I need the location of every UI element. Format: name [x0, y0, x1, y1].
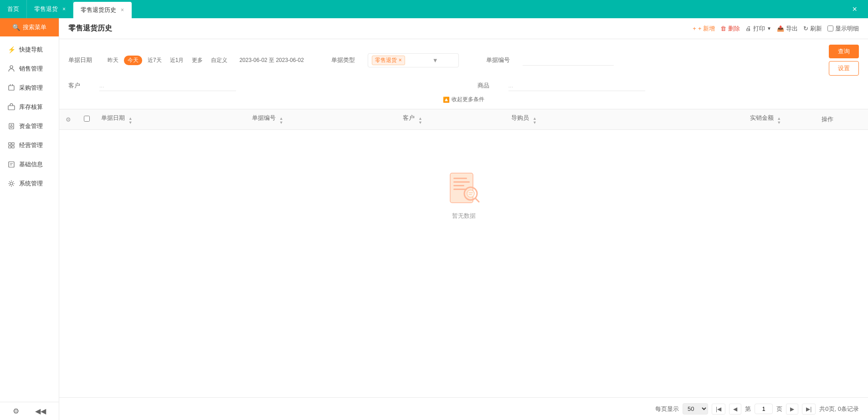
tab-retail-return-history-close[interactable]: ×: [121, 7, 124, 13]
setting-button[interactable]: 设置: [829, 61, 859, 76]
sidebar-item-inventory[interactable]: 库存核算: [0, 97, 59, 117]
page-first-button[interactable]: |◀: [712, 404, 725, 415]
sidebar-item-quick-nav[interactable]: ⚡ 快捷导航: [0, 40, 59, 59]
system-icon: [7, 179, 15, 188]
page-last-button[interactable]: ▶|: [802, 404, 816, 415]
customer-input[interactable]: [99, 80, 236, 91]
sidebar-item-operations[interactable]: 经营管理: [0, 136, 59, 155]
sidebar: 🔍 搜索菜单 ⚡ 快捷导航 销售管理 采购管理: [0, 18, 59, 420]
svg-rect-1: [9, 86, 14, 90]
show-detail-checkbox[interactable]: 显示明细: [827, 25, 859, 33]
content-area: 零售退货历史 + + 新增 🗑 删除 🖨 打印 ▼ 📤 导出: [59, 18, 868, 420]
voucher-type-label: 单据类型: [331, 56, 359, 64]
th-actual-amount[interactable]: 实销金额 ▲▼: [636, 109, 786, 130]
export-button[interactable]: 📤 导出: [777, 25, 798, 33]
window-close-button[interactable]: ×: [848, 5, 861, 14]
th-actual-amount-label: 实销金额: [750, 114, 774, 121]
sort-icon-no: ▲▼: [279, 117, 283, 125]
sidebar-search-button[interactable]: 🔍 搜索菜单: [0, 18, 59, 36]
page-header: 零售退货历史 + + 新增 🗑 删除 🖨 打印 ▼ 📤 导出: [59, 18, 868, 39]
voucher-no-input[interactable]: [523, 55, 614, 66]
svg-rect-12: [453, 178, 467, 179]
svg-rect-2: [8, 106, 15, 110]
sidebar-volume-icon[interactable]: ◀◀: [35, 407, 46, 415]
goods-label: 商品: [478, 82, 505, 90]
page-prev-button[interactable]: ◀: [729, 404, 741, 415]
total-info: 共0页, 0条记录: [819, 405, 859, 413]
tab-retail-return-label: 零售退货: [34, 5, 58, 13]
goods-input[interactable]: [508, 80, 645, 91]
sidebar-item-system[interactable]: 系统管理: [0, 174, 59, 193]
th-guide-label: 导购员: [511, 114, 529, 121]
per-page-select[interactable]: 50 10 20 100: [683, 403, 708, 415]
sidebar-item-finance[interactable]: 资金管理: [0, 117, 59, 136]
date-btn-today[interactable]: 今天: [124, 56, 142, 65]
svg-rect-3: [9, 123, 14, 129]
filter-date-section: 单据日期 昨天 今天 近7天 近1月 更多 自定义 2023-06-02 至 2…: [68, 56, 304, 65]
sidebar-item-operations-label: 经营管理: [19, 141, 43, 149]
tab-retail-return-history-label: 零售退货历史: [81, 6, 116, 14]
search-icon: 🔍: [12, 24, 20, 31]
voucher-type-tag-close[interactable]: ×: [399, 57, 402, 63]
table-header-row: ⚙ 单据日期 ▲▼ 单据编号 ▲▼: [59, 109, 868, 130]
tab-home[interactable]: 首页: [0, 0, 27, 18]
print-button[interactable]: 🖨 打印 ▼: [745, 25, 771, 33]
th-customer[interactable]: 客户 ▲▼: [397, 109, 506, 130]
empty-illustration: [441, 166, 487, 212]
delete-button[interactable]: 🗑 删除: [720, 25, 740, 33]
svg-line-18: [475, 198, 479, 202]
tab-retail-return[interactable]: 零售退货 ×: [27, 0, 73, 18]
voucher-type-tag: 零售退货 ×: [372, 56, 405, 65]
th-voucher-date[interactable]: 单据日期 ▲▼: [96, 109, 247, 130]
empty-text: 暂无数据: [452, 212, 476, 220]
sidebar-item-sales-mgmt[interactable]: 销售管理: [0, 59, 59, 78]
sort-icon-guide: ▲▼: [533, 117, 537, 125]
svg-rect-8: [12, 146, 14, 148]
date-btn-custom[interactable]: 自定义: [208, 56, 230, 65]
sidebar-item-sales-label: 销售管理: [19, 65, 43, 73]
page-label: 第: [745, 405, 751, 413]
main-layout: 🔍 搜索菜单 ⚡ 快捷导航 销售管理 采购管理: [0, 18, 868, 420]
select-all-checkbox[interactable]: [84, 116, 90, 122]
sidebar-menu: ⚡ 快捷导航 销售管理 采购管理 库存核算: [0, 36, 59, 402]
filter-actions: 查询 设置: [829, 45, 859, 76]
refresh-button[interactable]: ↻ 刷新: [803, 25, 822, 33]
svg-rect-7: [9, 146, 11, 148]
refresh-label: 刷新: [810, 25, 822, 33]
tab-bar: 首页 零售退货 × 零售退货历史 ×: [0, 0, 848, 18]
show-detail-input[interactable]: [827, 26, 833, 31]
filter-row-1: 单据日期 昨天 今天 近7天 近1月 更多 自定义 2023-06-02 至 2…: [68, 45, 859, 76]
svg-rect-14: [453, 185, 464, 186]
filter-voucherno-section: 单据编号: [486, 55, 614, 66]
quick-nav-icon: ⚡: [7, 46, 15, 54]
th-checkbox: [77, 109, 96, 130]
voucher-type-tag-text: 零售退货: [375, 56, 397, 64]
collapse-button[interactable]: 🔼 收起更多条件: [443, 96, 484, 103]
query-button[interactable]: 查询: [829, 45, 859, 58]
date-btn-yesterday[interactable]: 昨天: [105, 56, 121, 65]
voucher-type-select[interactable]: 零售退货 × ▼: [368, 53, 459, 67]
date-range-display: 2023-06-02 至 2023-06-02: [239, 56, 303, 64]
header-actions: + + 新增 🗑 删除 🖨 打印 ▼ 📤 导出 ↻: [693, 25, 859, 33]
voucher-type-arrow-icon: ▼: [432, 57, 438, 64]
tab-retail-return-history[interactable]: 零售退货历史 ×: [73, 2, 132, 18]
new-button[interactable]: + + 新增: [693, 25, 715, 33]
svg-rect-5: [9, 143, 11, 145]
tab-retail-return-close[interactable]: ×: [62, 6, 66, 12]
print-icon: 🖨: [745, 25, 751, 32]
date-btn-7days[interactable]: 近7天: [145, 56, 164, 65]
per-page-label: 每页显示: [655, 405, 679, 413]
page-next-button[interactable]: ▶: [786, 404, 798, 415]
sidebar-item-purchase-mgmt[interactable]: 采购管理: [0, 78, 59, 97]
sidebar-item-basic-info[interactable]: 基础信息: [0, 155, 59, 174]
th-voucher-no[interactable]: 单据编号 ▲▼: [247, 109, 397, 130]
date-btn-more[interactable]: 更多: [189, 56, 205, 65]
sidebar-settings-icon[interactable]: ⚙: [13, 407, 19, 415]
th-settings: ⚙: [59, 109, 77, 130]
page-number-input[interactable]: [755, 404, 773, 414]
sidebar-search-label: 搜索菜单: [23, 23, 46, 31]
date-btn-1month[interactable]: 近1月: [167, 56, 187, 65]
table-settings-icon[interactable]: ⚙: [66, 116, 71, 123]
th-guide[interactable]: 导购员 ▲▼: [506, 109, 636, 130]
svg-point-4: [10, 126, 12, 128]
